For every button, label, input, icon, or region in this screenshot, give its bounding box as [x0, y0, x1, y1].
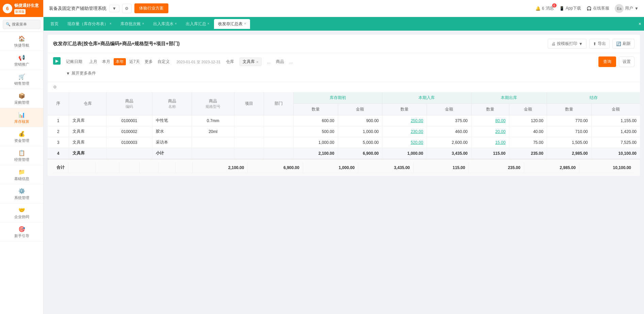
bell-icon: 🔔 [535, 6, 541, 11]
custom-button[interactable]: 自定义 [156, 58, 171, 65]
sidebar-item-corp[interactable]: 🤝 企业协同 [0, 203, 43, 222]
cell-out-amt: 75.00 [509, 137, 547, 148]
cell-closing-amt: 1,420.00 [591, 126, 640, 137]
trial-button[interactable]: 体验行业方案 [134, 3, 168, 13]
logo-text-block: 畅捷通好生意 标准版 [14, 3, 39, 14]
system-dropdown[interactable]: 装备及固定资产辅助管理系统 ▼ [109, 5, 119, 12]
warehouse-ellipsis[interactable]: ... [267, 60, 270, 64]
tab-home[interactable]: 首页 [46, 19, 63, 29]
cell-out-qty: 115.00 [471, 148, 509, 159]
settings-button[interactable]: 设置 [619, 56, 634, 67]
goods-ellipsis[interactable]: ... [290, 60, 293, 64]
cell-in-amt: 375.00 [427, 115, 471, 126]
sidebar-item-quick-nav[interactable]: 🏠 快捷导航 [0, 32, 43, 51]
notification-button[interactable]: 🔔 6 6 消息 [535, 5, 554, 11]
chevron-down-icon: ▼ [112, 6, 116, 11]
prev-month-button[interactable]: 上月 [88, 58, 99, 65]
filter-content: 记账日期 上月 本月 本年 近7天 更多 自定义 2023-01-01 至 20… [66, 56, 634, 78]
table-row: 1文具库0100001中性笔0.7mm600.00900.00250.00375… [48, 115, 640, 126]
expand-row: ▼ 展开更多条件 [66, 67, 634, 78]
cell-opening-qty: 2,100.00 [293, 148, 338, 159]
table-row: 3文具库0100003采访本1,000.005,000.00520.002,60… [48, 137, 640, 148]
sidebar-item-label: 采购管理 [14, 100, 29, 105]
total-dept-cell [176, 162, 193, 173]
curr-year-button[interactable]: 本年 [114, 58, 126, 65]
tab-close-icon[interactable]: × [208, 22, 210, 26]
filter-toggle-button[interactable]: ▶ [53, 57, 61, 65]
clipboard-icon: 📋 [18, 150, 25, 156]
tab-batch[interactable]: 库存批次账 × [116, 19, 148, 29]
print-template-button[interactable]: 🖨 按模板打印 ▼ [548, 39, 587, 49]
headset-icon: 🎧 [587, 6, 592, 11]
col-closing-amt: 金额 [591, 104, 640, 115]
more-button[interactable]: 更多 [143, 58, 154, 65]
expand-conditions-button[interactable]: ▼ 展开更多条件 [66, 68, 634, 78]
col-out-qty: 数量 [471, 104, 509, 115]
cell-goods-name: 中性笔 [152, 115, 192, 126]
col-closing-qty: 数量 [547, 104, 592, 115]
money-icon: 💰 [18, 131, 25, 137]
date-shortcuts: 上月 本月 本年 近7天 更多 自定义 [88, 58, 171, 65]
sidebar-item-operations[interactable]: 📋 经营管理 [0, 146, 43, 165]
table-settings-icon[interactable]: ⚙ [53, 85, 57, 89]
sidebar-item-sales[interactable]: 🛒 销售管理 [0, 70, 43, 89]
col-dept: 部门 [264, 92, 294, 115]
cell-project [234, 137, 264, 148]
main-content: 装备及固定资产辅助管理系统 装备及固定资产辅助管理系统 ▼ ⚙ 体验行业方案 🔔… [44, 0, 644, 314]
sidebar-item-inventory[interactable]: 📊 库存核算 [0, 108, 43, 127]
date-range-display: 2023-01-01 至 2023-12-31 [177, 60, 221, 65]
sidebar-item-finance[interactable]: 💰 资金管理 [0, 127, 43, 146]
tab-bar-close-button[interactable]: × [639, 21, 641, 27]
sidebar-search-area[interactable]: 🔍 搜索菜单 [0, 17, 43, 32]
cell-goods-code: 0100001 [106, 115, 152, 126]
avatar: Ea [615, 4, 624, 13]
warehouse-tag[interactable]: 文具库 × [240, 57, 261, 66]
cell-warehouse: 文具库 [69, 137, 106, 148]
total-in-amt: 3,435.00 [358, 162, 413, 173]
tab-recv-send-summary[interactable]: 收发存汇总表 × [214, 19, 250, 29]
refresh-button[interactable]: 🔄 刷新 [612, 39, 634, 49]
tab-close-icon[interactable]: × [175, 22, 177, 26]
cell-out-qty[interactable]: 20.00 [471, 126, 509, 137]
cell-in-qty[interactable]: 520.00 [382, 137, 427, 148]
tab-close-icon[interactable]: × [244, 22, 246, 26]
tab-close-icon[interactable]: × [142, 22, 144, 26]
export-button[interactable]: ⬆ 导出 [589, 39, 610, 49]
cell-out-qty[interactable]: 15.00 [471, 137, 509, 148]
goods-filter-label: 商品 [276, 59, 284, 65]
sidebar-item-base[interactable]: 📁 基础信息 [0, 165, 43, 184]
tab-inout-flow[interactable]: 出入库流水 × [149, 19, 181, 29]
cell-in-qty[interactable]: 230.00 [382, 126, 427, 137]
sidebar-item-label: 经营管理 [14, 157, 29, 162]
sidebar-item-label: 系统管理 [14, 195, 29, 200]
curr-month-button[interactable]: 本月 [101, 58, 112, 65]
page-content: 收发存汇总表(按仓库+商品编码+商品+规格型号+项目+部门) 🖨 按模板打印 ▼… [44, 31, 644, 314]
sidebar-item-purchase[interactable]: 📦 采购管理 [0, 89, 43, 108]
home-icon: 🏠 [18, 35, 25, 42]
cell-out-amt: 40.00 [509, 126, 547, 137]
cell-goods-spec: 20ml [192, 126, 234, 137]
cell-in-qty[interactable]: 250.00 [382, 115, 427, 126]
sidebar-item-marketing[interactable]: 📢 营销推广 [0, 51, 43, 70]
settings-icon-button[interactable]: ⚙ [122, 4, 132, 13]
app-download-button[interactable]: 📱 App下载 [559, 5, 581, 11]
tab-close-icon[interactable]: × [110, 22, 112, 26]
warehouse-tag-close-icon[interactable]: × [256, 60, 258, 64]
total-in-qty: 1,000.00 [303, 162, 358, 173]
table-row: 2文具库0100002胶水20ml500.001,000.00230.00460… [48, 126, 640, 137]
tab-inout-summary[interactable]: 出入库汇总 × [182, 19, 214, 29]
cell-out-qty[interactable]: 80.00 [471, 115, 509, 126]
total-warehouse-cell [68, 162, 96, 173]
chevron-down-icon: ▼ [66, 71, 70, 76]
query-button[interactable]: 查询 [598, 56, 616, 67]
logo-icon: 6 [3, 4, 12, 13]
sidebar-item-label: 企业协同 [14, 214, 29, 219]
user-menu[interactable]: Ea 用户 ▼ [615, 4, 639, 13]
7days-button[interactable]: 近7天 [128, 58, 141, 65]
tab-label: 收发存汇总表 [218, 21, 243, 27]
sidebar-item-guide[interactable]: 🎯 新手引导 [0, 222, 43, 242]
search-menu-button[interactable]: 🔍 搜索菜单 [3, 20, 40, 29]
sidebar-item-system[interactable]: ⚙️ 系统管理 [0, 184, 43, 203]
tab-stock-dist[interactable]: 现存量（库存分布表） × [63, 19, 116, 29]
online-service-button[interactable]: 🎧 在线客服 [587, 5, 609, 11]
